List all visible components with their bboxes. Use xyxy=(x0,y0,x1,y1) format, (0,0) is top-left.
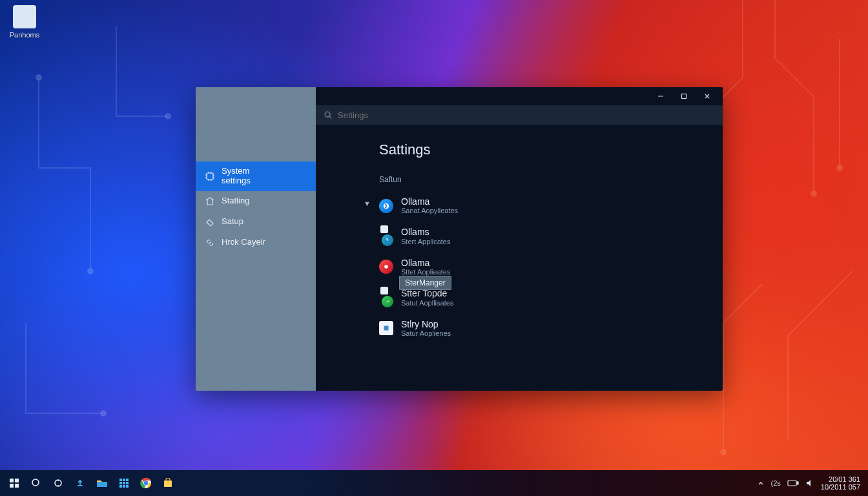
svg-rect-19 xyxy=(15,484,19,488)
desktop[interactable]: Panhoms System settings Statling xyxy=(0,0,868,496)
tray-audio-icon[interactable] xyxy=(805,479,814,488)
startup-app-row[interactable]: Ollams Stert Applicates xyxy=(379,223,723,254)
link-icon xyxy=(205,238,215,248)
svg-point-12 xyxy=(384,237,391,244)
page-title: Sattings xyxy=(379,141,723,158)
svg-rect-31 xyxy=(126,485,129,488)
taskbar-app-share[interactable] xyxy=(71,474,89,492)
taskbar[interactable]: (2s 20/01 361 10/2011 057 xyxy=(0,470,868,496)
svg-rect-35 xyxy=(164,480,172,487)
svg-rect-8 xyxy=(207,173,213,180)
tag-icon xyxy=(205,217,215,227)
sidebar-item-hrck-cayeir[interactable]: Hrck Cayeir xyxy=(196,232,316,253)
svg-point-6 xyxy=(837,165,842,170)
svg-point-10 xyxy=(325,112,330,117)
tag-icon xyxy=(205,196,215,207)
tray-chevron-up-icon[interactable] xyxy=(757,479,765,487)
app-checkbox[interactable] xyxy=(380,287,388,294)
close-button[interactable] xyxy=(696,87,719,105)
sidebar-item-satup[interactable]: Satup xyxy=(196,212,316,232)
svg-rect-16 xyxy=(10,479,14,482)
svg-rect-22 xyxy=(97,482,107,487)
settings-icon xyxy=(205,171,215,181)
app-name: Stter Topde xyxy=(401,289,453,298)
maximize-button[interactable] xyxy=(672,87,696,105)
app-name: Ollama xyxy=(401,258,450,268)
taskbar-app-store[interactable] xyxy=(159,474,177,492)
app-name: Ollama xyxy=(401,197,458,207)
sidebar-item-label: Statling xyxy=(222,196,249,206)
tray-battery-icon[interactable] xyxy=(787,479,799,487)
sidebar-item-label: Satup xyxy=(222,217,243,227)
svg-rect-27 xyxy=(123,482,125,484)
sidebar-item-label: Hrck Cayeir xyxy=(222,238,265,247)
svg-rect-25 xyxy=(126,479,129,481)
svg-point-2 xyxy=(165,114,170,119)
clock-line-1: 20/01 361 xyxy=(821,475,860,483)
svg-rect-9 xyxy=(682,94,687,99)
settings-sidebar: System settings Statling Satup Hrck Caye… xyxy=(196,87,316,391)
search-button[interactable] xyxy=(27,474,45,492)
tray-text: (2s xyxy=(771,479,781,487)
svg-point-4 xyxy=(811,191,816,196)
svg-rect-29 xyxy=(119,485,122,488)
section-label: Saftun xyxy=(379,175,723,184)
taskbar-app-chrome[interactable] xyxy=(137,474,155,492)
sidebar-item-statling[interactable]: Statling xyxy=(196,191,316,212)
app-icon xyxy=(382,296,393,307)
svg-rect-18 xyxy=(10,484,14,488)
svg-rect-15 xyxy=(384,326,389,331)
desktop-shortcut-label: Panhoms xyxy=(10,31,39,39)
app-publisher: Satut Aopllisates xyxy=(401,299,453,307)
app-name: Stlry Nop xyxy=(401,320,451,329)
desktop-shortcut[interactable]: Panhoms xyxy=(1,5,48,39)
svg-point-13 xyxy=(384,265,388,269)
folder-icon xyxy=(13,5,36,28)
svg-point-3 xyxy=(101,411,106,416)
settings-pane: Sattings Saftun ▼ Ollama Sanat Aopylieat… xyxy=(316,87,723,391)
app-publisher: Sanat Aopylieates xyxy=(401,207,458,214)
chevron-down-icon[interactable]: ▼ xyxy=(364,200,371,207)
app-publisher: Stert Applicates xyxy=(401,238,450,245)
app-icon xyxy=(382,234,393,246)
app-icon xyxy=(379,260,393,274)
app-publisher: Satur Aoplienes xyxy=(401,329,451,337)
minimize-button[interactable] xyxy=(649,87,672,105)
startup-app-row[interactable]: Stlry Nop Satur Aoplienes xyxy=(379,316,723,346)
task-view-button[interactable] xyxy=(49,474,67,492)
startup-app-row[interactable]: ▼ Ollama Sanat Aopylieates xyxy=(379,193,723,223)
app-name: Ollams xyxy=(401,227,450,237)
app-icon xyxy=(379,199,393,213)
search-icon xyxy=(324,110,333,119)
svg-rect-17 xyxy=(15,479,19,482)
sidebar-item-label: System settings xyxy=(222,167,251,186)
taskbar-app-grid[interactable] xyxy=(115,474,133,492)
svg-rect-30 xyxy=(123,485,125,488)
clock-line-2: 10/2011 057 xyxy=(821,483,860,491)
app-icon xyxy=(379,321,393,335)
svg-point-20 xyxy=(32,479,39,486)
svg-rect-36 xyxy=(788,480,796,486)
settings-window: System settings Statling Satup Hrck Caye… xyxy=(196,87,723,391)
window-titlebar[interactable] xyxy=(316,87,723,105)
app-checkbox[interactable] xyxy=(380,225,388,233)
settings-search-bar[interactable] xyxy=(316,105,723,125)
svg-point-0 xyxy=(36,75,41,80)
sidebar-item-system-settings[interactable]: System settings xyxy=(196,161,316,191)
settings-content: Sattings Saftun ▼ Ollama Sanat Aopylieat… xyxy=(316,129,723,346)
taskbar-app-explorer[interactable] xyxy=(93,474,111,492)
tooltip: SterManger xyxy=(399,276,451,290)
svg-rect-28 xyxy=(126,482,129,484)
svg-rect-23 xyxy=(119,479,122,481)
app-publisher: Sttet Aoplieates xyxy=(401,268,450,276)
svg-rect-26 xyxy=(119,482,122,484)
svg-rect-37 xyxy=(797,482,798,484)
settings-search-input[interactable] xyxy=(338,110,715,120)
svg-point-7 xyxy=(721,450,726,455)
taskbar-clock[interactable]: 20/01 361 10/2011 057 xyxy=(821,475,863,491)
svg-rect-24 xyxy=(123,479,125,481)
svg-point-1 xyxy=(88,269,93,274)
start-button[interactable] xyxy=(5,474,23,492)
